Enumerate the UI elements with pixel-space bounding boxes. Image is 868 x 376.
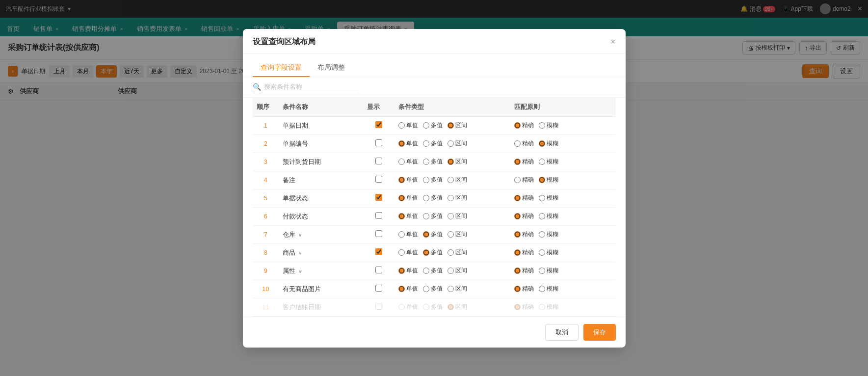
match-radio-模糊[interactable]: 模糊 [539, 212, 558, 220]
type-radio-单值[interactable]: 单值 [398, 139, 418, 148]
type-radio-区间[interactable]: 区间 [447, 285, 467, 293]
type-radio-单值[interactable]: 单值 [398, 176, 418, 184]
cell-order: 6 [253, 207, 279, 225]
type-radio-区间[interactable]: 区间 [447, 230, 467, 239]
type-radio-区间[interactable]: 区间 [447, 267, 467, 275]
display-checkbox[interactable] [375, 285, 382, 292]
display-checkbox[interactable] [375, 121, 382, 128]
type-radio-多值[interactable]: 多值 [423, 267, 443, 275]
display-checkbox[interactable] [375, 158, 382, 164]
type-radio-单值[interactable]: 单值 [398, 121, 418, 130]
cell-type: 单值多值区间 [395, 171, 510, 189]
cell-type: 单值多值区间 [395, 262, 510, 280]
type-radio-多值[interactable]: 多值 [423, 139, 443, 148]
type-radio-多值[interactable]: 多值 [423, 248, 443, 257]
dropdown-arrow[interactable]: ∨ [298, 232, 302, 238]
cell-type: 单值多值区间 [395, 134, 510, 153]
type-radio-单值[interactable]: 单值 [398, 303, 418, 311]
display-checkbox[interactable] [375, 267, 382, 273]
match-radio-精确[interactable]: 精确 [514, 230, 534, 239]
type-radio-区间[interactable]: 区间 [447, 158, 467, 166]
save-button[interactable]: 保存 [583, 324, 616, 341]
type-radio-区间[interactable]: 区间 [447, 139, 467, 148]
cell-name: 属性 ∨ [279, 262, 363, 280]
match-radio-模糊[interactable]: 模糊 [539, 176, 558, 184]
dialog-close-button[interactable]: × [610, 37, 616, 46]
cell-type: 单值多值区间 [395, 280, 510, 298]
th-order: 顺序 [253, 98, 279, 117]
match-radio-精确[interactable]: 精确 [514, 267, 534, 275]
match-radio-模糊[interactable]: 模糊 [539, 194, 558, 202]
cell-match: 精确模糊 [510, 298, 616, 316]
display-checkbox[interactable] [375, 303, 382, 310]
type-radio-多值[interactable]: 多值 [423, 303, 443, 311]
dialog-tab-layout[interactable]: 布局调整 [310, 59, 353, 77]
type-radio-区间[interactable]: 区间 [447, 176, 467, 184]
match-radio-模糊[interactable]: 模糊 [539, 248, 558, 257]
search-input[interactable] [264, 83, 352, 90]
match-radio-精确[interactable]: 精确 [514, 212, 534, 220]
search-wrap: 🔍 [253, 83, 361, 93]
display-checkbox[interactable] [375, 248, 382, 255]
cell-type: 单值多值区间 [395, 153, 510, 171]
type-radio-单值[interactable]: 单值 [398, 212, 418, 220]
type-radio-多值[interactable]: 多值 [423, 176, 443, 184]
display-checkbox[interactable] [375, 139, 382, 146]
dropdown-arrow[interactable]: ∨ [298, 250, 302, 256]
match-radio-精确[interactable]: 精确 [514, 194, 534, 202]
type-radio-多值[interactable]: 多值 [423, 230, 443, 239]
match-radio-模糊[interactable]: 模糊 [539, 267, 558, 275]
display-checkbox[interactable] [375, 176, 382, 183]
dialog-header: 设置查询区域布局 × [243, 29, 626, 54]
type-radio-区间[interactable]: 区间 [447, 194, 467, 202]
table-row: 11客户结账日期单值多值区间精确模糊 [253, 298, 616, 316]
cell-type: 单值多值区间 [395, 243, 510, 262]
settings-dialog: 设置查询区域布局 × 查询字段设置 布局调整 🔍 [243, 29, 626, 348]
match-radio-精确[interactable]: 精确 [514, 176, 534, 184]
cell-order: 1 [253, 116, 279, 134]
match-radio-精确[interactable]: 精确 [514, 158, 534, 166]
match-radio-精确[interactable]: 精确 [514, 303, 534, 311]
match-radio-模糊[interactable]: 模糊 [539, 139, 558, 148]
type-radio-单值[interactable]: 单值 [398, 267, 418, 275]
match-radio-精确[interactable]: 精确 [514, 121, 534, 130]
dropdown-arrow[interactable]: ∨ [298, 269, 302, 274]
type-radio-多值[interactable]: 多值 [423, 158, 443, 166]
match-radio-模糊[interactable]: 模糊 [539, 303, 558, 311]
cell-display [363, 116, 395, 134]
match-radio-模糊[interactable]: 模糊 [539, 285, 558, 293]
th-name: 条件名称 [279, 98, 363, 117]
type-radio-单值[interactable]: 单值 [398, 285, 418, 293]
display-checkbox[interactable] [375, 194, 382, 201]
cell-match: 精确模糊 [510, 225, 616, 243]
type-radio-区间[interactable]: 区间 [447, 121, 467, 130]
match-radio-模糊[interactable]: 模糊 [539, 230, 558, 239]
match-radio-精确[interactable]: 精确 [514, 248, 534, 257]
type-radio-单值[interactable]: 单值 [398, 194, 418, 202]
type-radio-多值[interactable]: 多值 [423, 285, 443, 293]
dialog-tab-query-fields[interactable]: 查询字段设置 [253, 59, 310, 77]
type-radio-区间[interactable]: 区间 [447, 303, 467, 311]
cell-match: 精确模糊 [510, 280, 616, 298]
match-radio-模糊[interactable]: 模糊 [539, 121, 558, 130]
cell-order: 5 [253, 189, 279, 207]
table-row: 6付款状态单值多值区间精确模糊 [253, 207, 616, 225]
search-icon: 🔍 [253, 83, 261, 91]
cancel-button[interactable]: 取消 [545, 324, 579, 341]
display-checkbox[interactable] [375, 230, 382, 237]
type-radio-多值[interactable]: 多值 [423, 212, 443, 220]
match-radio-精确[interactable]: 精确 [514, 285, 534, 293]
cell-order: 10 [253, 280, 279, 298]
type-radio-多值[interactable]: 多值 [423, 194, 443, 202]
type-radio-多值[interactable]: 多值 [423, 121, 443, 130]
display-checkbox[interactable] [375, 212, 382, 219]
type-radio-区间[interactable]: 区间 [447, 248, 467, 257]
table-row: 2单据编号单值多值区间精确模糊 [253, 134, 616, 153]
match-radio-精确[interactable]: 精确 [514, 139, 534, 148]
type-radio-单值[interactable]: 单值 [398, 158, 418, 166]
type-radio-单值[interactable]: 单值 [398, 248, 418, 257]
type-radio-单值[interactable]: 单值 [398, 230, 418, 239]
type-radio-区间[interactable]: 区间 [447, 212, 467, 220]
cell-match: 精确模糊 [510, 153, 616, 171]
match-radio-模糊[interactable]: 模糊 [539, 158, 558, 166]
